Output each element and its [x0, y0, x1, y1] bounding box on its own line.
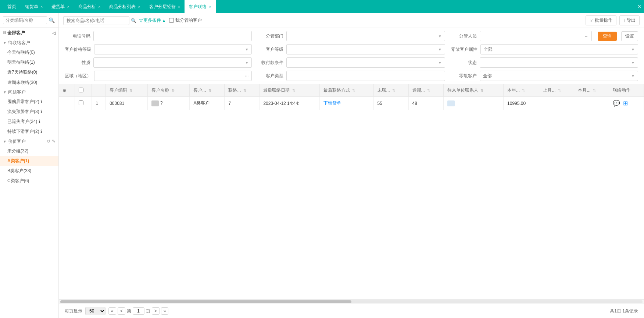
page-nav: « < 第 页 > » [108, 307, 168, 315]
query-button[interactable]: 查询 [598, 32, 617, 41]
row-checkbox[interactable] [79, 100, 83, 105]
nav-purchase-close[interactable]: × [67, 0, 69, 13]
sidebar-item-churned[interactable]: 已流失客户(24) ℹ [0, 117, 58, 127]
filter-caret: ▲ [162, 18, 166, 23]
cell-code[interactable]: 000031 [106, 97, 148, 110]
sort-icon-contact-count: ⇅ [243, 88, 246, 92]
triangle-icon: ▼ [3, 41, 7, 45]
sidebar-item-class-c[interactable]: C类客户(6) [0, 176, 58, 186]
chat-icon[interactable]: 💬 [613, 100, 620, 107]
filter-more-button[interactable]: ▽ 更多条件 ▲ [139, 17, 166, 24]
col-this-month[interactable]: 本月... ⇅ [574, 84, 609, 97]
adv-filter-row-phone: 电话号码 [65, 31, 252, 41]
col-code[interactable]: 客户编码 ⇅ [106, 84, 148, 97]
cell-checkbox[interactable] [75, 97, 92, 110]
my-customers-checkbox[interactable] [169, 18, 174, 23]
sidebar-collapse-icon[interactable]: ◁ [52, 31, 56, 36]
horizontal-scrollbar[interactable] [59, 299, 644, 304]
sidebar-item-overdue-contact[interactable]: 逾期未联络(30) [0, 78, 58, 88]
adv-filter-row-customer-level: 客户等级 ▼ [258, 44, 445, 54]
status-select[interactable]: ▼ [480, 57, 638, 68]
adv-filter-row-dept: 分管部门 ▼ [258, 31, 445, 41]
sidebar-group-pending-contact[interactable]: ▼ 待联络客户 [0, 38, 58, 47]
nav-item-goods-analysis-list[interactable]: 商品分析列表 × [105, 0, 144, 13]
sidebar-search-icon[interactable]: 🔍 [49, 17, 55, 23]
col-level[interactable]: 客户... ⇅ [190, 84, 225, 97]
page-label-pre: 第 [127, 308, 131, 314]
sidebar-item-class-b[interactable]: B类客户(33) [0, 166, 58, 176]
prev-page-button[interactable]: < [118, 307, 125, 315]
my-customers-checkbox-label[interactable]: 我分管的客户 [169, 17, 202, 24]
refresh-icon[interactable]: ↺ [47, 139, 50, 144]
settings-button[interactable]: 设置 [621, 31, 638, 41]
sidebar-item-7day-pending[interactable]: 近7天待联络(0) [0, 67, 58, 77]
col-last-contact-date[interactable]: 最后联络日期 ⇅ [260, 84, 319, 97]
nav-item-customer-contact[interactable]: 客户联络 × [185, 0, 215, 13]
page-size-select[interactable]: 50 100 200 [85, 307, 105, 315]
sidebar: 🔍 ⠿ 全部客户 ◁ ▼ 待联络客户 今天待联络(0) 明天待联络(1) 近7天… [0, 13, 59, 318]
nav-item-sales[interactable]: 销货单 × [21, 0, 47, 13]
col-gear[interactable]: ⚙ [59, 84, 75, 97]
sidebar-all-customers-header[interactable]: ⠿ 全部客户 ◁ [0, 28, 58, 38]
region-input[interactable]: ··· [94, 71, 252, 81]
nav-item-goods-analysis[interactable]: 商品分析 × [74, 0, 105, 13]
sidebar-item-today-pending[interactable]: 今天待联络(0) [0, 47, 58, 57]
next-page-button[interactable]: > [152, 307, 160, 315]
sidebar-group-value-customers[interactable]: ▼ 价值客户 ↺ ✎ [0, 137, 58, 146]
sidebar-group-problem-customers[interactable]: ▼ 问题客户 [0, 88, 58, 97]
retail-customer-select[interactable]: 全部 ▼ [480, 71, 638, 81]
page-number-input[interactable] [133, 307, 144, 315]
select-all-checkbox[interactable] [79, 88, 83, 92]
cell-no-contact: 55 [373, 97, 408, 110]
person-input[interactable]: ··· [480, 31, 592, 41]
col-contact-count[interactable]: 联络... ⇅ [225, 84, 260, 97]
sidebar-search-input[interactable] [3, 16, 47, 24]
close-all-tabs[interactable]: × [638, 3, 641, 10]
sidebar-item-hoarding[interactable]: 囤购异常客户(2) ℹ [0, 97, 58, 107]
nav-customer-tier-close[interactable]: × [178, 0, 180, 13]
customer-level-select[interactable]: ▼ [286, 44, 445, 54]
col-overdue[interactable]: 逾期... ⇅ [408, 84, 443, 97]
scrollbar-thumb[interactable] [60, 300, 351, 303]
batch-operations-button[interactable]: ☑ 批量操作 [586, 15, 616, 25]
nav-item-customer-tier[interactable]: 客户分层经营 × [145, 0, 185, 13]
cell-last-contact-method[interactable]: 下销货单 [319, 97, 373, 110]
payment-select[interactable]: ▼ [286, 57, 445, 68]
nature-select[interactable]: ▼ [93, 57, 252, 68]
nav-item-purchase[interactable]: 进货单 × [47, 0, 74, 13]
page-label: 页 [146, 308, 150, 314]
sidebar-item-declining[interactable]: 持续下滑客户(2) ℹ [0, 127, 58, 137]
nav-customer-contact-close[interactable]: × [209, 0, 211, 13]
customer-type-input[interactable] [286, 71, 445, 81]
col-checkbox[interactable] [75, 84, 92, 97]
table-row: 1 000031 ? A类客户 7 2023-04-12 14:44: 下销货单… [59, 97, 644, 110]
sidebar-group-problem-label: 问题客户 [8, 89, 26, 95]
sidebar-item-tomorrow-pending[interactable]: 明天待联络(1) [0, 57, 58, 67]
phone-input[interactable] [93, 31, 252, 41]
nav-goods-analysis-list-close[interactable]: × [138, 0, 140, 13]
col-last-contact-method[interactable]: 最后联络方式 ⇅ [319, 84, 373, 97]
last-page-button[interactable]: » [161, 307, 169, 315]
edit-icon[interactable]: ✎ [52, 139, 56, 144]
nav-goods-analysis-close[interactable]: × [98, 0, 100, 13]
filter-search-input[interactable] [63, 16, 129, 25]
retail-attr-select[interactable]: 全部 ▼ [480, 44, 638, 54]
sidebar-value-icons: ↺ ✎ [47, 139, 56, 144]
sidebar-item-churn-warning[interactable]: 流失预警客户(3) ℹ [0, 107, 58, 117]
col-contact-person[interactable]: 往来单位联系人 ⇅ [443, 84, 503, 97]
filter-search-icon[interactable]: 🔍 [131, 18, 136, 23]
cell-index: 1 [92, 97, 106, 110]
sidebar-item-ungrouped[interactable]: 未分组(32) [0, 146, 58, 156]
first-page-button[interactable]: « [108, 307, 116, 315]
export-button[interactable]: ↑ 导出 [619, 15, 640, 25]
price-level-select[interactable]: ▼ [94, 44, 252, 54]
col-last-month[interactable]: 上月... ⇅ [539, 84, 574, 97]
col-no-contact[interactable]: 未联... ⇅ [373, 84, 408, 97]
col-name[interactable]: 客户名称 ⇅ [148, 84, 190, 97]
grid-icon[interactable]: ⊞ [623, 100, 628, 107]
sidebar-item-class-a[interactable]: A类客户(1) [0, 156, 58, 166]
col-this-year[interactable]: 本年... ⇅ [504, 84, 539, 97]
nav-sales-close[interactable]: × [40, 0, 43, 13]
nav-item-home[interactable]: 首页 [3, 0, 21, 13]
dept-select[interactable]: ▼ [286, 31, 445, 41]
